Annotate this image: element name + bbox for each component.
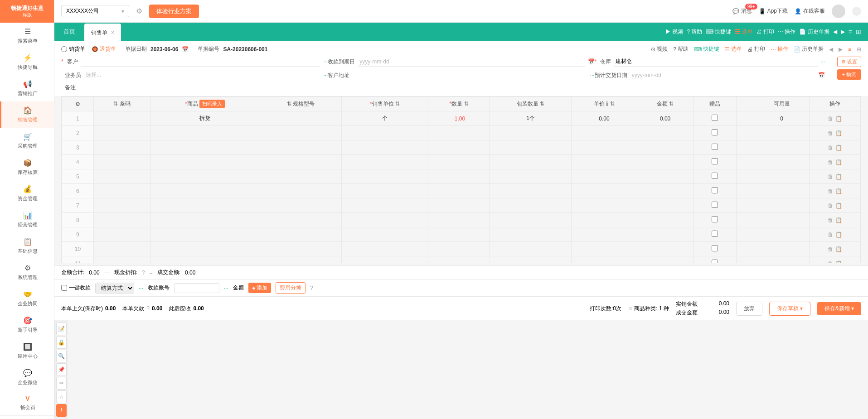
r2-remark[interactable] — [737, 126, 754, 140]
r2-barcode[interactable] — [93, 126, 150, 140]
r11-barcode[interactable] — [93, 256, 150, 264]
r3-pkgqty[interactable] — [490, 140, 571, 155]
list-view-icon[interactable]: ≡ — [848, 46, 851, 53]
row1-gift[interactable] — [693, 111, 736, 126]
row1-remark[interactable] — [737, 111, 754, 126]
row1-unit-price[interactable]: 0.00 — [572, 111, 637, 126]
row1-pkg-qty[interactable]: 1个 — [490, 111, 571, 126]
rfloat-star-icon[interactable]: ☆ — [56, 390, 67, 403]
r4-pkgqty[interactable] — [490, 155, 571, 169]
nav-next-btn[interactable]: ▶ — [839, 46, 843, 53]
salesperson-input[interactable]: 选择... — [84, 70, 320, 80]
col-barcode[interactable]: ⇅ 条码 — [93, 97, 150, 111]
copy-icon[interactable]: 📋 — [835, 246, 842, 252]
warehouse-input[interactable]: 建材仓 — [614, 57, 818, 67]
col-unit-price[interactable]: 单价 ℹ ⇅ — [572, 97, 637, 111]
copy-icon[interactable]: 📋 — [835, 217, 842, 223]
r10-gift-checkbox[interactable] — [712, 245, 718, 251]
tab-home[interactable]: 首页 — [54, 23, 84, 41]
date-value[interactable]: 2023-06-06 — [150, 46, 178, 53]
col-product[interactable]: *商品 扫码录入 — [150, 97, 260, 111]
expected-date-input[interactable]: yyyy-mm-dd — [630, 70, 815, 80]
col-gift[interactable]: 赠品 — [693, 97, 736, 111]
row1-qty[interactable]: -1.00 — [428, 111, 490, 126]
r10-amount[interactable] — [637, 242, 693, 256]
delete-icon[interactable]: 🗑 — [828, 246, 833, 252]
add-payment-button[interactable]: ● 添加 — [248, 283, 271, 293]
r4-gift-checkbox[interactable] — [712, 158, 718, 164]
r3-gift[interactable] — [693, 140, 736, 155]
customer-input[interactable] — [81, 57, 321, 67]
r4-price[interactable] — [572, 155, 637, 169]
r4-product[interactable] — [150, 155, 260, 169]
col-spec[interactable]: ⇅ 规格型号 — [260, 97, 341, 111]
r3-unit[interactable] — [342, 140, 428, 155]
r10-barcode[interactable] — [93, 242, 150, 256]
r6-qty[interactable] — [428, 184, 490, 198]
shortcut-link[interactable]: ⌨ 快捷键 — [694, 45, 719, 53]
r6-amount[interactable] — [637, 184, 693, 198]
r11-pkgqty[interactable] — [490, 256, 571, 264]
r8-qty[interactable] — [428, 213, 490, 227]
r11-qty[interactable] — [428, 256, 490, 264]
delete-icon[interactable]: 🗑 — [828, 173, 833, 180]
r4-spec[interactable] — [260, 155, 341, 169]
r3-barcode[interactable] — [93, 140, 150, 155]
rfloat-edit-icon[interactable]: 📝 — [56, 323, 67, 335]
r9-remark[interactable] — [737, 227, 754, 242]
tab-close-icon[interactable]: × — [111, 29, 114, 36]
r10-spec[interactable] — [260, 242, 341, 256]
r2-spec[interactable] — [260, 126, 341, 140]
history-action[interactable]: 📄 历史单据 — [799, 28, 829, 36]
customer-more-icon[interactable]: ··· — [323, 58, 328, 65]
save-draft-button[interactable]: 保存草稿 ▾ — [769, 302, 810, 316]
r10-gift[interactable] — [693, 242, 736, 256]
r6-barcode[interactable] — [93, 184, 150, 198]
r3-price[interactable] — [572, 140, 637, 155]
col-qty[interactable]: *数量 ⇅ — [428, 97, 490, 111]
r3-amount[interactable] — [637, 140, 693, 155]
r2-unit[interactable] — [342, 126, 428, 140]
copy-icon[interactable]: 📋 — [835, 260, 842, 264]
abandon-button[interactable]: 放弃 — [736, 302, 762, 316]
shortcut-action[interactable]: ⌨ 快捷键 — [706, 28, 731, 36]
r9-barcode[interactable] — [93, 227, 150, 242]
date-calendar-icon[interactable]: 📅 — [182, 46, 189, 53]
r9-price[interactable] — [572, 227, 637, 242]
delete-icon[interactable]: 🗑 — [828, 202, 833, 209]
calc-method-select[interactable]: 结算方式 — [95, 283, 134, 294]
r5-gift-checkbox[interactable] — [712, 173, 718, 179]
copy-icon[interactable]: 📋 — [835, 116, 842, 122]
r9-product[interactable] — [150, 227, 260, 242]
r2-amount[interactable] — [637, 126, 693, 140]
sidebar-item-inventory[interactable]: 📦 库存核算 — [0, 154, 54, 180]
layout-icon1[interactable]: ≡ — [849, 28, 852, 35]
r7-gift-checkbox[interactable] — [712, 202, 718, 208]
settings-button[interactable]: ⚙ 设置 — [837, 57, 861, 67]
operate-action[interactable]: ⋯ 操作 — [778, 28, 795, 36]
r10-price[interactable] — [572, 242, 637, 256]
r9-unit[interactable] — [342, 227, 428, 242]
sidebar-item-purchase[interactable]: 🛒 采购管理 — [0, 128, 54, 154]
rfloat-pencil-icon[interactable]: ✏ — [56, 377, 67, 390]
user-avatar[interactable] — [832, 5, 845, 18]
expense-split-button[interactable]: 费用分摊 — [276, 282, 305, 294]
r8-barcode[interactable] — [93, 213, 150, 227]
sidebar-item-operations[interactable]: 📊 经营管理 — [0, 207, 54, 233]
r8-gift-checkbox[interactable] — [712, 216, 718, 222]
sidebar-item-guide[interactable]: 🎯 新手引导 — [0, 312, 54, 338]
customer-addr-input[interactable] — [352, 70, 587, 80]
r6-product[interactable] — [150, 184, 260, 198]
doc-num-value[interactable]: SA-20230606-001 — [223, 46, 267, 53]
r8-gift[interactable] — [693, 213, 736, 227]
sale-radio-input[interactable] — [61, 46, 67, 52]
r9-gift[interactable] — [693, 227, 736, 242]
nav-next-icon[interactable]: ▶ — [841, 29, 845, 35]
col-unit[interactable]: *销售单位 ⇅ — [342, 97, 428, 111]
video-link[interactable]: ⊙ 视频 — [651, 45, 668, 53]
r8-unit[interactable] — [342, 213, 428, 227]
r6-gift[interactable] — [693, 184, 736, 198]
r11-amount[interactable] — [637, 256, 693, 264]
sidebar-item-system[interactable]: ⚙ 系统管理 — [0, 259, 54, 285]
company-selector[interactable]: XXXXXX公司 ▾ — [61, 5, 129, 17]
